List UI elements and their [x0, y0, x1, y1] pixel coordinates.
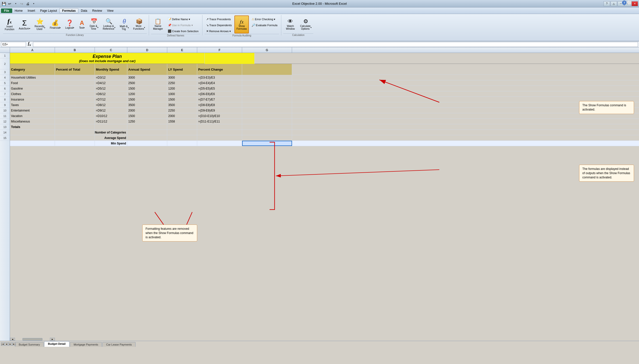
- row-num-14[interactable]: 14: [0, 130, 10, 135]
- logical-btn[interactable]: ❓ Logical ▾: [64, 16, 76, 34]
- scroll-left-btn[interactable]: ◄: [10, 338, 15, 341]
- math-trig-dropdown[interactable]: ▾: [128, 27, 129, 29]
- tab-car-lease-payments[interactable]: Car Lease Payments: [102, 342, 136, 347]
- cell-g7[interactable]: [242, 97, 292, 102]
- cell-a9[interactable]: Entertainment: [10, 108, 55, 113]
- cell-a15[interactable]: [10, 141, 55, 146]
- cell-b2[interactable]: Percent of Total: [55, 64, 95, 75]
- cell-a6[interactable]: Clothes: [10, 91, 55, 96]
- menu-file[interactable]: File: [1, 8, 12, 13]
- cell-d12[interactable]: [127, 124, 167, 130]
- sheet-nav-last[interactable]: ►|: [12, 342, 16, 346]
- cell-f12[interactable]: [197, 124, 242, 130]
- cell-d9[interactable]: 2000: [127, 108, 167, 113]
- cell-c3[interactable]: =D3/12: [95, 75, 127, 80]
- cell-g9[interactable]: [242, 108, 292, 113]
- lookup-reference-btn[interactable]: 🔍 Lookup &Reference ▾: [101, 16, 117, 34]
- cell-d4[interactable]: 2500: [127, 80, 167, 86]
- row-num-6[interactable]: 6: [0, 86, 10, 91]
- math-trig-btn[interactable]: θ Math &Trig ▾: [118, 16, 131, 34]
- cell-g14[interactable]: [242, 135, 292, 140]
- cell-c15[interactable]: Min Spend: [95, 141, 127, 146]
- remove-arrows-btn[interactable]: ✕ Remove Arrows ▾: [204, 28, 233, 34]
- autosum-btn[interactable]: Σ AutoSum ▾: [17, 16, 32, 34]
- col-header-c[interactable]: C: [95, 48, 127, 53]
- cell-g6[interactable]: [242, 91, 292, 96]
- cell-d3[interactable]: 3000: [127, 75, 167, 80]
- formula-input[interactable]: [33, 42, 638, 47]
- window-restore-btn[interactable]: ⬜: [627, 0, 631, 5]
- cell-e5[interactable]: 1200: [167, 86, 197, 91]
- cell-b10[interactable]: [55, 113, 95, 118]
- cell-a8[interactable]: Taxes: [10, 102, 55, 108]
- cell-a5[interactable]: Gasoline: [10, 86, 55, 91]
- cell-a13[interactable]: [10, 130, 55, 135]
- row-num-1[interactable]: 1: [0, 53, 10, 58]
- cell-f13[interactable]: [197, 130, 242, 135]
- cell-c10[interactable]: =D10/12: [95, 113, 127, 118]
- recently-used-dropdown[interactable]: ▾: [44, 27, 45, 29]
- cell-d15[interactable]: [127, 141, 167, 146]
- row-num-11[interactable]: 11: [0, 113, 10, 119]
- cell-a12[interactable]: Totals: [10, 124, 55, 130]
- more-functions-dropdown[interactable]: ▾: [144, 26, 145, 29]
- cell-b12[interactable]: [55, 124, 95, 130]
- cell-b8[interactable]: [55, 102, 95, 108]
- cell-c7[interactable]: =D7/12: [95, 97, 127, 102]
- cell-e10[interactable]: 2000: [167, 113, 197, 118]
- text-btn[interactable]: A Text ▾: [77, 16, 87, 34]
- financial-dropdown[interactable]: ▾: [60, 27, 61, 29]
- cell-f6[interactable]: =(D6-E6)/E6: [197, 91, 242, 96]
- cell-e3[interactable]: 3000: [167, 75, 197, 80]
- cell-g1[interactable]: [205, 53, 255, 64]
- cell-e11[interactable]: 1558: [167, 119, 197, 124]
- show-formulas-btn[interactable]: 𝑓𝑥 Show Formulas: [234, 16, 249, 34]
- row-num-4[interactable]: 4: [0, 75, 10, 80]
- undo-dropdown-qat-btn[interactable]: ▾: [13, 1, 19, 6]
- col-header-d[interactable]: D: [127, 48, 167, 53]
- cell-b3[interactable]: [55, 75, 95, 80]
- col-header-f[interactable]: F: [197, 48, 242, 53]
- cell-e14[interactable]: [167, 135, 197, 140]
- cell-g5[interactable]: [242, 86, 292, 91]
- cell-a1[interactable]: Expense Plan (Does not include mortgage …: [10, 53, 205, 64]
- trace-dependents-btn[interactable]: ↘ Trace Dependents: [204, 22, 233, 28]
- tab-mortgage-payments[interactable]: Mortgage Payments: [70, 342, 102, 347]
- cell-f5[interactable]: =(D5-E5)/E5: [197, 86, 242, 91]
- name-box[interactable]: I15 ▾: [1, 42, 26, 47]
- calculate-dropdown[interactable]: ▾: [311, 26, 312, 29]
- cell-d7[interactable]: 1500: [127, 97, 167, 102]
- horizontal-scrollbar[interactable]: ◄ ►: [10, 338, 639, 341]
- cell-f10[interactable]: =(D10-E10)/E10: [197, 113, 242, 118]
- cell-b14[interactable]: [55, 135, 95, 140]
- calculate-options-btn[interactable]: ⚙ CalculateOptions ▾: [298, 16, 313, 34]
- menu-view[interactable]: View: [105, 8, 116, 13]
- menu-formulas[interactable]: Formulas: [60, 8, 78, 13]
- cell-a2[interactable]: Category: [10, 64, 55, 75]
- help-circle-btn[interactable]: ?: [622, 0, 626, 5]
- cell-e13[interactable]: [167, 130, 197, 135]
- cell-c12[interactable]: [95, 124, 127, 130]
- date-time-btn[interactable]: 📅 Date &Time ▾: [88, 16, 100, 34]
- cell-b15[interactable]: [55, 141, 95, 146]
- financial-btn[interactable]: 💰 Financial ▾: [48, 16, 63, 34]
- col-header-e[interactable]: E: [167, 48, 197, 53]
- text-dropdown[interactable]: ▾: [84, 27, 85, 29]
- cell-b5[interactable]: [55, 86, 95, 91]
- cell-f14[interactable]: [197, 135, 242, 140]
- row-num-2[interactable]: 2: [0, 58, 10, 69]
- cell-d14[interactable]: [127, 135, 167, 140]
- sheet-nav-prev[interactable]: ◄: [5, 342, 8, 346]
- col-header-a[interactable]: A: [10, 48, 55, 53]
- row-num-9[interactable]: 9: [0, 102, 10, 108]
- help-btn[interactable]: ?: [603, 1, 610, 6]
- menu-page-layout[interactable]: Page Layout: [38, 8, 60, 13]
- trace-precedents-btn[interactable]: ↗ Trace Precedents: [204, 16, 233, 22]
- cell-a4[interactable]: Food: [10, 80, 55, 86]
- cell-e7[interactable]: 1500: [167, 97, 197, 102]
- autosum-dropdown-arrow[interactable]: ▾: [29, 28, 30, 30]
- menu-insert[interactable]: Insert: [25, 8, 38, 13]
- cell-c14[interactable]: Average Spend: [95, 135, 127, 140]
- date-time-dropdown[interactable]: ▾: [97, 26, 98, 29]
- col-header-g[interactable]: G: [242, 48, 292, 53]
